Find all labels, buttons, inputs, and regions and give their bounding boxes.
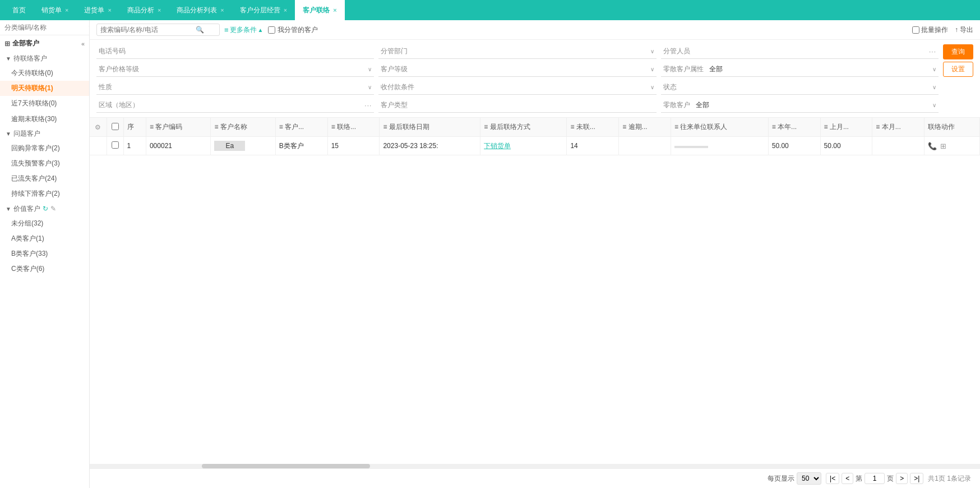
query-button[interactable]: 查询: [943, 44, 973, 59]
more-icon[interactable]: ···: [929, 48, 936, 56]
chevron-down-icon[interactable]: ∨: [650, 66, 654, 72]
nav-customer-layering[interactable]: 客户分层经营 ×: [232, 0, 295, 20]
chevron-down-icon[interactable]: ∨: [368, 84, 372, 90]
sidebar-item-declining[interactable]: 持续下滑客户(2): [0, 186, 89, 201]
close-icon[interactable]: ×: [220, 7, 224, 13]
row-no: 1: [123, 137, 146, 155]
filter-retail-attr-value: 全部: [709, 65, 723, 74]
phone-icon[interactable]: 📞: [928, 142, 937, 150]
col-this-year: ≡ 本年...: [768, 118, 820, 137]
qr-icon[interactable]: ⊞: [940, 142, 946, 150]
more-icon[interactable]: ···: [364, 102, 372, 109]
filter-status: 状态 ∨: [661, 80, 939, 95]
chevron-down-icon[interactable]: ∨: [932, 102, 936, 108]
sidebar-search-input[interactable]: [4, 24, 89, 31]
my-customers-checkbox[interactable]: 我分管的客户: [268, 25, 318, 35]
filter-manager: 分管人员 ···: [661, 44, 939, 59]
sidebar-group-value-customers[interactable]: ▼ 价值客户 ↻ ✎: [0, 202, 89, 216]
last-page-button[interactable]: >|: [910, 473, 923, 484]
sidebar-item-churn-warning[interactable]: 流失预警客户(3): [0, 156, 89, 171]
nav-customer-contact[interactable]: 客户联络 ×: [295, 0, 344, 20]
filter-retail-attr-label: 零散客户属性: [663, 65, 704, 74]
col-unit-contact: ≡ 往来单位联系人: [671, 118, 769, 137]
filter-row-4: 区域（地区） ··· 客户类型 零散客户 全部 ∨: [96, 98, 939, 113]
total-records: 共1页 1条记录: [928, 474, 971, 484]
table-checkbox-col[interactable]: [107, 118, 123, 137]
sidebar-item-class-c[interactable]: C类客户(6): [0, 261, 89, 277]
row-last-date: 2023-05-23 18:25:: [380, 137, 480, 155]
table-settings-col[interactable]: ⚙: [90, 118, 107, 137]
nav-sales-order[interactable]: 销货单 ×: [34, 0, 76, 20]
nav-product-analysis-list[interactable]: 商品分析列表 ×: [169, 0, 232, 20]
nav-purchase-order[interactable]: 进货单 ×: [76, 0, 119, 20]
collapse-icon[interactable]: «: [81, 40, 85, 47]
nav-product-analysis[interactable]: 商品分析 ×: [119, 0, 169, 20]
edit-icon[interactable]: ✎: [50, 205, 56, 213]
filter-region: 区域（地区） ···: [96, 98, 374, 113]
search-icon[interactable]: 🔍: [196, 26, 204, 34]
row-checkbox[interactable]: [107, 137, 123, 155]
content-area: 🔍 ≡ 更多条件 ▲ 我分管的客户 批量操作 ↑ 导出: [90, 20, 980, 488]
my-customers-check[interactable]: [268, 26, 275, 34]
sidebar-item-class-a[interactable]: A类客户(1): [0, 231, 89, 246]
scrollbar-thumb[interactable]: [202, 464, 370, 468]
row-overdue: [619, 137, 671, 155]
row-this-month: [872, 137, 924, 155]
nav-home[interactable]: 首页: [4, 0, 34, 20]
sidebar-group-pending-contact[interactable]: ▼ 待联络客户: [0, 52, 89, 66]
filter-status-label: 状态: [663, 82, 677, 92]
filter-row-1: 电话号码 分管部门 ∨ 分管人员 ···: [96, 44, 939, 59]
chevron-down-icon[interactable]: ∨: [932, 84, 936, 90]
sidebar-item-class-b[interactable]: B类客户(33): [0, 246, 89, 261]
sidebar-item-churned[interactable]: 已流失客户(24): [0, 171, 89, 186]
sidebar-item-today-contact[interactable]: 今天待联络(0): [0, 66, 89, 81]
sidebar-item-tomorrow-contact[interactable]: 明天待联络(1): [0, 81, 89, 96]
per-page-select[interactable]: 50: [797, 472, 821, 485]
sidebar-group-problem-customers[interactable]: ▼ 问题客户: [0, 127, 89, 141]
close-icon[interactable]: ×: [108, 7, 111, 13]
sidebar-item-overdue-contact[interactable]: 逾期未联络(30): [0, 112, 89, 127]
close-icon[interactable]: ×: [333, 7, 336, 13]
close-icon[interactable]: ×: [158, 7, 161, 13]
row-last-method[interactable]: 下销货单: [480, 137, 567, 155]
more-conditions-button[interactable]: ≡ 更多条件 ▲: [224, 25, 264, 35]
batch-check[interactable]: [912, 26, 919, 34]
chevron-down-icon[interactable]: ∨: [368, 66, 372, 72]
page-number-input[interactable]: [865, 473, 885, 484]
row-select-checkbox[interactable]: [112, 141, 119, 149]
filter-retail-customer-value: 全部: [696, 100, 709, 110]
chevron-down-icon[interactable]: ∨: [650, 84, 654, 90]
col-last-contact-date: ≡ 最后联络日期: [380, 118, 480, 137]
row-code: 000021: [146, 137, 210, 155]
sidebar-all-customers[interactable]: ⊞ 全部客户 «: [0, 35, 89, 52]
row-action: 📞 ⊞: [924, 137, 980, 155]
last-contact-method-link[interactable]: 下销货单: [484, 142, 511, 150]
next-page-button[interactable]: >: [896, 473, 908, 484]
refresh-icon[interactable]: ↻: [43, 205, 48, 213]
settings-button[interactable]: 设置: [943, 62, 973, 77]
batch-operations-button[interactable]: 批量操作: [912, 25, 948, 35]
arrow-down-icon: ▼: [6, 131, 11, 137]
sidebar-item-repurchase-abnormal[interactable]: 回购异常客户(2): [0, 141, 89, 156]
filter-region-label: 区域（地区）: [99, 100, 139, 110]
select-all-checkbox[interactable]: [112, 123, 119, 130]
export-button[interactable]: ↑ 导出: [955, 25, 973, 35]
filter-actions: 查询 设置: [939, 44, 973, 113]
table-footer: 每页显示 50 |< < 第 页 > >| 共1页 1条记录: [90, 468, 980, 488]
prev-page-button[interactable]: <: [842, 473, 853, 484]
col-action: 联络动作: [924, 118, 980, 137]
sidebar-item-7days-contact[interactable]: 近7天待联络(0): [0, 96, 89, 111]
col-no: 序: [123, 118, 146, 137]
chevron-down-icon[interactable]: ∨: [932, 66, 936, 72]
filter-retail-customer: 零散客户 全部 ∨: [661, 98, 939, 113]
first-page-button[interactable]: |<: [826, 473, 839, 484]
sidebar-item-ungrouped[interactable]: 未分组(32): [0, 216, 89, 231]
search-input[interactable]: [100, 26, 196, 34]
close-icon[interactable]: ×: [65, 7, 68, 13]
right-actions: 批量操作 ↑ 导出: [912, 25, 973, 35]
filter-retail-attr: 零散客户属性 全部 ∨: [661, 62, 939, 77]
horizontal-scrollbar[interactable]: [90, 464, 980, 468]
filter-icon: ≡: [224, 26, 229, 34]
chevron-down-icon[interactable]: ∨: [650, 48, 654, 54]
close-icon[interactable]: ×: [284, 7, 287, 13]
